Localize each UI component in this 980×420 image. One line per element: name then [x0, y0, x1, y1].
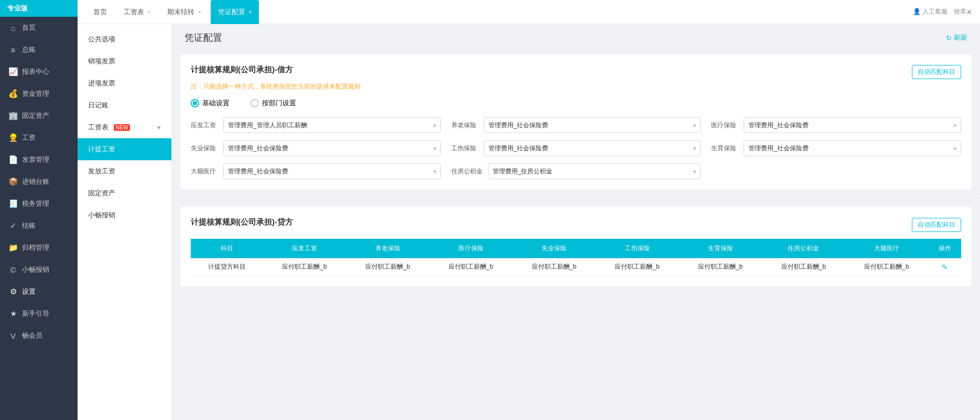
left-nav-green-invoice[interactable]: 进项发票: [78, 72, 171, 94]
invoice-icon: 📄: [8, 155, 18, 164]
col-header-extra-medical: 大额医疗: [845, 239, 929, 258]
form-select-pension[interactable]: 管理费用_社会保险费 ▾: [484, 117, 701, 133]
sidebar-item-vip[interactable]: V 畅会员: [0, 325, 78, 347]
sidebar-item-invoice[interactable]: 📄 发票管理: [0, 149, 78, 171]
cell-action[interactable]: ✎: [928, 258, 961, 276]
cell-maternity: 应付职工薪酬_b: [679, 258, 762, 276]
radio-basic-dot: [191, 99, 199, 107]
tab-period-close[interactable]: 期末结转 ×: [160, 0, 208, 24]
credit-auto-match-button[interactable]: 自动匹配科目: [912, 218, 961, 232]
sidebar-item-salary[interactable]: 👷 工资: [0, 127, 78, 149]
assets-icon: 🏢: [8, 111, 18, 120]
sidebar-item-label: 结账: [22, 221, 36, 230]
sidebar-item-purchase[interactable]: 📦 进销台账: [0, 171, 78, 193]
radio-basic-label: 基础设置: [202, 98, 230, 108]
sidebar-item-report[interactable]: 📈 报表中心: [0, 61, 78, 83]
tab-home[interactable]: 首页: [86, 0, 114, 24]
tax-icon: 🧾: [8, 199, 18, 208]
cell-extra-medical: 应付职工薪酬_b: [845, 258, 929, 276]
right-content: 凭证配置 ↻ 刷新 计提核算规则(公司承担)-借方 自动匹配科目 注：只能选择一…: [172, 24, 980, 420]
sidebar-item-archive[interactable]: 📁 归档管理: [0, 237, 78, 259]
close-accounts-icon: ✓: [8, 221, 18, 230]
left-nav: 公共选项 销项发票 进项发票 日记账 工资表 NEW ▾ 计提工资 发放工资: [78, 24, 172, 420]
col-header-pension: 养老保险: [346, 239, 429, 258]
help-link[interactable]: 👤 人工客服: [913, 7, 948, 16]
debit-section: 计提核算规则(公司承担)-借方 自动匹配科目 注：只能选择一种方式，系统将按照您…: [180, 54, 972, 190]
form-row-extra-medical: 大额医疗 管理费用_社会保险费 ▾: [191, 163, 441, 179]
form-select-unemployment[interactable]: 管理费用_社会保险费 ▾: [223, 140, 441, 156]
sidebar-item-label: 畅会员: [22, 331, 42, 340]
radio-dept[interactable]: 按部门设置: [251, 98, 296, 108]
table-row: 计提贷方科目 应付职工薪酬_b 应付职工薪酬_b 应付职工薪酬_b 应付职工薪酬…: [191, 258, 961, 276]
sidebar: 专业版 ⌂ 首页 ≡ 总账 📈 报表中心 💰 资金管理 🏢 固定资产 👷 工资 …: [0, 0, 78, 420]
col-header-housing: 住房公积金: [762, 239, 845, 258]
col-header-unemployment: 失业保险: [513, 239, 596, 258]
report-icon: 📈: [8, 67, 18, 76]
left-nav-salary-table[interactable]: 工资表 NEW ▾: [78, 116, 171, 138]
left-nav-fixed-assets[interactable]: 固定资产: [78, 182, 171, 204]
sidebar-item-xiaochang[interactable]: © 小畅报销: [0, 259, 78, 281]
sidebar-item-assets[interactable]: 🏢 固定资产: [0, 105, 78, 127]
col-header-injury: 工伤保险: [596, 239, 679, 258]
purchase-icon: 📦: [8, 177, 18, 186]
left-nav-public[interactable]: 公共选项: [78, 28, 171, 50]
debit-form-grid: 应发工资 管理费用_管理人员职工薪酬 ▾ 养老保险 管理费用_社会保险费 ▾: [191, 117, 961, 179]
tab-period-close-close[interactable]: ×: [198, 9, 201, 15]
col-header-action: 操作: [928, 239, 961, 258]
form-label-unemployment: 失业保险: [191, 144, 218, 153]
home-icon: ⌂: [8, 24, 18, 32]
tab-salary-table-close[interactable]: ×: [147, 9, 150, 15]
form-select-extra-medical[interactable]: 管理费用_社会保险费 ▾: [223, 163, 441, 179]
left-nav-calc-salary[interactable]: 计提工资: [78, 138, 171, 160]
left-nav-journal[interactable]: 日记账: [78, 94, 171, 116]
left-nav-pay-salary[interactable]: 发放工资: [78, 160, 171, 182]
sidebar-item-settings[interactable]: ⚙ 设置: [0, 281, 78, 303]
form-select-maternity[interactable]: 管理费用_社会保险费 ▾: [744, 140, 961, 156]
sidebar-item-label: 小畅报销: [22, 265, 49, 274]
form-select-salary[interactable]: 管理费用_管理人员职工薪酬 ▾: [223, 117, 441, 133]
cell-subject: 计提贷方科目: [191, 258, 263, 276]
form-select-housing[interactable]: 管理费用_住房公积金 ▾: [488, 163, 701, 179]
credit-section: 计提核算规则(公司承担)-贷方 自动匹配科目 科目 应发工资 养老保险 医疗保险…: [180, 207, 972, 286]
topbar: 首页 工资表 × 期末结转 × 凭证配置 × 👤 人工客服 徐库... ×: [78, 0, 980, 24]
tab-voucher-config-close[interactable]: ×: [248, 9, 252, 15]
sidebar-item-home[interactable]: ⌂ 首页: [0, 17, 78, 39]
tab-salary-table-label: 工资表: [124, 7, 144, 17]
form-label-maternity: 生育保险: [711, 144, 738, 153]
debit-section-title: 计提核算规则(公司承担)-借方: [191, 65, 293, 75]
credit-section-title: 计提核算规则(公司承担)-贷方: [191, 217, 293, 227]
refresh-button[interactable]: ↻ 刷新: [946, 33, 967, 42]
sidebar-item-label: 归档管理: [22, 243, 49, 252]
form-row-pension: 养老保险 管理费用_社会保险费 ▾: [451, 117, 701, 133]
sidebar-item-close[interactable]: ✓ 结账: [0, 215, 78, 237]
topbar-right: 👤 人工客服 徐库...: [913, 7, 972, 16]
sidebar-item-ledger[interactable]: ≡ 总账: [0, 39, 78, 61]
sidebar-item-tax[interactable]: 🧾 税务管理: [0, 193, 78, 215]
form-select-medical[interactable]: 管理费用_社会保险费 ▾: [744, 117, 961, 133]
sidebar-item-newbie[interactable]: ★ 新手引导: [0, 303, 78, 325]
sidebar-item-label: 首页: [22, 23, 36, 32]
left-nav-red-invoice[interactable]: 销项发票: [78, 50, 171, 72]
sidebar-item-label: 进销台账: [22, 177, 49, 186]
form-label-pension: 养老保险: [451, 121, 478, 130]
tab-voucher-config[interactable]: 凭证配置 ×: [211, 0, 259, 24]
sidebar-item-label: 总账: [22, 45, 36, 54]
cell-pension: 应付职工薪酬_b: [346, 258, 429, 276]
form-label-injury: 工伤保险: [451, 144, 478, 153]
fund-icon: 💰: [8, 89, 18, 98]
form-label-extra-medical: 大额医疗: [191, 167, 218, 176]
tab-salary-table[interactable]: 工资表 ×: [116, 0, 158, 24]
radio-basic[interactable]: 基础设置: [191, 98, 230, 108]
page-title: 凭证配置: [184, 31, 222, 44]
sidebar-item-label: 税务管理: [22, 199, 49, 208]
sidebar-item-label: 设置: [22, 287, 36, 296]
left-nav-xiaochang-expense[interactable]: 小畅报销: [78, 204, 171, 226]
archive-icon: 📁: [8, 243, 18, 252]
edit-icon[interactable]: ✎: [942, 263, 948, 271]
sidebar-item-fund[interactable]: 💰 资金管理: [0, 83, 78, 105]
form-select-injury[interactable]: 管理费用_社会保险费 ▾: [484, 140, 701, 156]
window-close-button[interactable]: ×: [967, 7, 972, 17]
debit-auto-match-button[interactable]: 自动匹配科目: [912, 65, 961, 79]
main-area: 首页 工资表 × 期末结转 × 凭证配置 × 👤 人工客服 徐库... × 公共…: [78, 0, 980, 420]
form-row-injury: 工伤保险 管理费用_社会保险费 ▾: [451, 140, 701, 156]
